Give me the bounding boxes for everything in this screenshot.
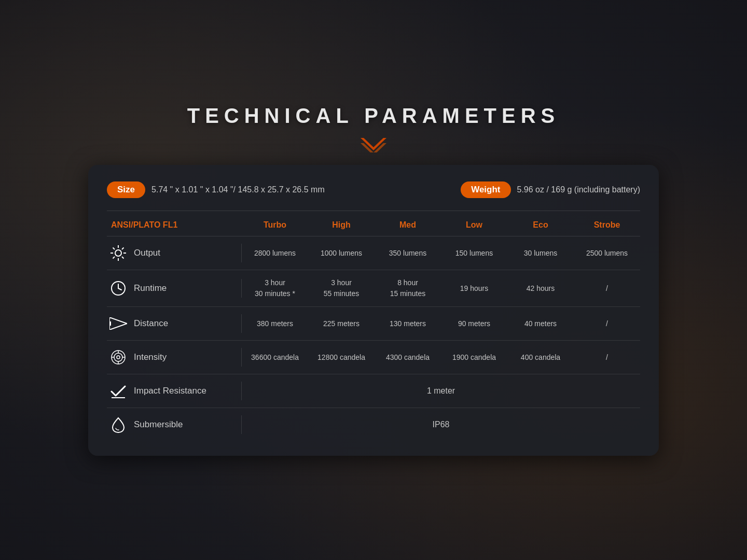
intensity-low: 1900 candela: [441, 352, 507, 363]
distance-turbo: 380 meters: [242, 318, 308, 329]
page-title: TECHNICAL PARAMETERS: [187, 104, 560, 128]
runtime-icon: [109, 279, 128, 298]
distance-label: Distance: [134, 318, 168, 329]
impact-value: 1 meter: [242, 385, 640, 397]
distance-label-cell: Distance: [107, 314, 242, 333]
size-value: 5.74 " x 1.01 " x 1.04 "/ 145.8 x 25.7 x…: [151, 185, 325, 194]
svg-point-17: [114, 353, 122, 361]
svg-line-7: [113, 248, 115, 250]
technical-panel: Size 5.74 " x 1.01 " x 1.04 "/ 145.8 x 2…: [88, 165, 659, 456]
output-label-cell: Output: [107, 244, 242, 262]
svg-point-18: [117, 356, 120, 359]
impact-label-cell: Impact Resistance: [107, 382, 242, 400]
chevron-icon: [361, 137, 386, 152]
svg-line-9: [122, 248, 124, 250]
runtime-strobe: /: [574, 283, 640, 294]
distance-high: 225 meters: [308, 318, 375, 329]
output-eco: 30 lumens: [507, 248, 574, 259]
runtime-low: 19 hours: [441, 283, 507, 294]
specs-table: ANSI/PLATO FL1 Turbo High Med Low Eco St…: [107, 211, 640, 441]
header-col-high: High: [308, 220, 375, 230]
submersible-value: IP68: [242, 418, 640, 431]
svg-line-8: [122, 257, 124, 259]
runtime-label: Runtime: [134, 283, 167, 293]
submersible-icon: [109, 415, 128, 434]
table-row-output: Output 2800 lumens 1000 lumens 350 lumen…: [107, 236, 640, 270]
output-low: 150 lumens: [441, 248, 507, 259]
weight-group: Weight 5.96 oz / 169 g (including batter…: [461, 181, 640, 198]
distance-strobe: /: [574, 318, 640, 329]
output-high: 1000 lumens: [308, 248, 375, 259]
size-badge: Size: [107, 181, 145, 198]
output-label: Output: [134, 248, 160, 258]
runtime-label-cell: Runtime: [107, 279, 242, 298]
output-icon: [109, 244, 128, 262]
runtime-med: 8 hour15 minutes: [375, 277, 441, 299]
table-header-row: ANSI/PLATO FL1 Turbo High Med Low Eco St…: [107, 211, 640, 236]
runtime-eco: 42 hours: [507, 283, 574, 294]
main-container: TECHNICAL PARAMETERS Size 5.74 " x 1.01 …: [88, 104, 659, 456]
svg-line-13: [118, 288, 121, 290]
svg-line-10: [113, 257, 115, 259]
distance-med: 130 meters: [375, 318, 441, 329]
table-row-distance: Distance 380 meters 225 meters 130 meter…: [107, 307, 640, 341]
header-col-med: Med: [375, 220, 441, 230]
intensity-turbo: 36600 candela: [242, 352, 308, 363]
table-row-impact: Impact Resistance 1 meter: [107, 374, 640, 408]
table-row-submersible: Submersible IP68: [107, 408, 640, 441]
intensity-label-cell: Intensity: [107, 348, 242, 367]
runtime-turbo: 3 hour30 minutes *: [242, 277, 308, 299]
intensity-icon: [109, 348, 128, 367]
impact-icon: [109, 382, 128, 400]
svg-marker-14: [109, 317, 127, 330]
impact-label: Impact Resistance: [134, 386, 206, 396]
header-col-strobe: Strobe: [574, 220, 640, 230]
intensity-high: 12800 candela: [308, 352, 375, 363]
weight-badge: Weight: [461, 181, 510, 198]
header-col-turbo: Turbo: [242, 220, 308, 230]
runtime-high: 3 hour55 minutes: [308, 277, 375, 299]
submersible-label: Submersible: [134, 419, 183, 430]
distance-icon: [109, 314, 128, 333]
distance-eco: 40 meters: [507, 318, 574, 329]
intensity-strobe: /: [574, 352, 640, 363]
distance-low: 90 meters: [441, 318, 507, 329]
size-weight-row: Size 5.74 " x 1.01 " x 1.04 "/ 145.8 x 2…: [107, 181, 640, 211]
intensity-label: Intensity: [134, 352, 167, 362]
table-row-runtime: Runtime 3 hour30 minutes * 3 hour55 minu…: [107, 270, 640, 307]
svg-point-2: [115, 250, 121, 256]
submersible-label-cell: Submersible: [107, 415, 242, 434]
intensity-med: 4300 candela: [375, 352, 441, 363]
intensity-eco: 400 candela: [507, 352, 574, 363]
header-col-low: Low: [441, 220, 507, 230]
output-strobe: 2500 lumens: [574, 248, 640, 259]
header-col-0: ANSI/PLATO FL1: [107, 220, 242, 230]
output-med: 350 lumens: [375, 248, 441, 259]
weight-value: 5.96 oz / 169 g (including battery): [517, 185, 640, 194]
header-col-eco: Eco: [507, 220, 574, 230]
output-turbo: 2800 lumens: [242, 248, 308, 259]
size-group: Size 5.74 " x 1.01 " x 1.04 "/ 145.8 x 2…: [107, 181, 325, 198]
table-row-intensity: Intensity 36600 candela 12800 candela 43…: [107, 341, 640, 374]
